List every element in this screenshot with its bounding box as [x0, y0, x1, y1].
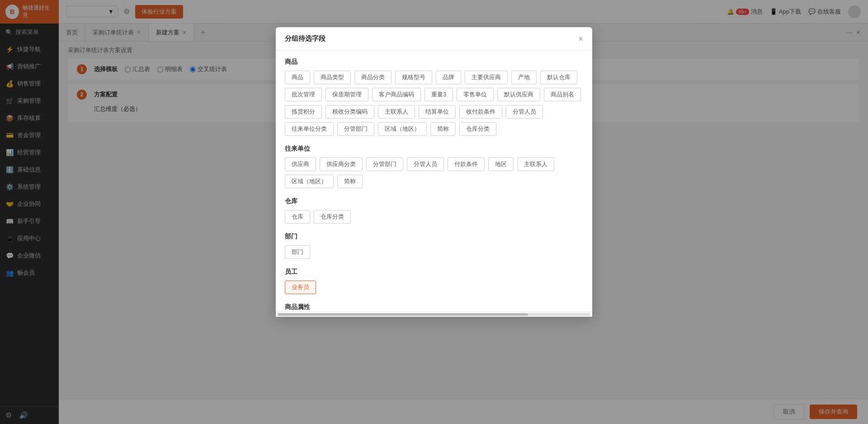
field-tag-shelf-life-mgmt[interactable]: 保质期管理 — [326, 88, 368, 101]
field-tag-supplier-category[interactable]: 供应商分类 — [320, 157, 363, 171]
field-tag-supplier[interactable]: 供应商 — [285, 157, 316, 171]
modal-horizontal-scrollbar[interactable] — [276, 311, 592, 317]
field-tag-dep[interactable]: 部门 — [285, 245, 310, 259]
field-tag-dept[interactable]: 分管部门 — [366, 157, 403, 171]
field-tags-warehouse: 仓库仓库分类 — [285, 210, 583, 224]
field-tag-main-supplier[interactable]: 主要供应商 — [465, 71, 508, 84]
field-section-department: 部门部门 — [285, 233, 583, 259]
modal-hscroll-thumb — [278, 313, 528, 316]
modal-close-button[interactable]: × — [578, 35, 583, 43]
field-section-employee: 员工业务员 — [285, 268, 583, 294]
field-tag-short-name[interactable]: 简称 — [430, 122, 456, 136]
modal-hscroll-track — [278, 313, 590, 316]
field-tag-product-alias[interactable]: 商品别名 — [544, 88, 581, 101]
field-tag-payment-condition[interactable]: 付款条件 — [448, 157, 485, 171]
field-tag-weight3[interactable]: 重量3 — [425, 88, 453, 101]
field-tag-default-supplier[interactable]: 默认供应商 — [497, 88, 540, 101]
field-tag-batch-mgmt[interactable]: 批次管理 — [285, 88, 322, 101]
field-section-title-employee: 员工 — [285, 268, 583, 276]
field-section-title-partner: 往来单位 — [285, 145, 583, 153]
field-section-title-product: 商品 — [285, 58, 583, 66]
field-tag-area[interactable]: 区域（地区） — [285, 175, 334, 188]
field-tag-brand[interactable]: 品牌 — [436, 71, 461, 84]
field-tag-settlement-unit[interactable]: 结算单位 — [419, 105, 456, 119]
field-tag-spec-type[interactable]: 规格型号 — [395, 71, 432, 84]
field-tags-department: 部门 — [285, 245, 583, 259]
field-section-product-attr: 商品属性属性颜色多规格尺码鞋码1 — [285, 303, 583, 311]
field-tag-wh[interactable]: 仓库 — [285, 210, 310, 224]
field-tag-region-area[interactable]: 区域（地区） — [378, 122, 427, 136]
field-section-title-warehouse: 仓库 — [285, 197, 583, 205]
field-tag-warehouse-category[interactable]: 仓库分类 — [459, 122, 496, 136]
modal-title: 分组待选字段 — [285, 34, 326, 43]
field-section-partner: 往来单位供应商供应商分类分管部门分管人员付款条件地区主联系人区域（地区）简称 — [285, 145, 583, 188]
modal-overlay: 分组待选字段 × 商品商品商品类型商品分类规格型号品牌主要供应商产地默认仓库批次… — [0, 0, 868, 424]
field-tag-payment-terms[interactable]: 收付款条件 — [459, 105, 502, 119]
field-tag-supervisor[interactable]: 分管人员 — [506, 105, 543, 119]
field-tag-customer-code[interactable]: 客户商品编码 — [372, 88, 421, 101]
modal-dialog: 分组待选字段 × 商品商品商品类型商品分类规格型号品牌主要供应商产地默认仓库批次… — [276, 27, 592, 317]
field-section-title-product-attr: 商品属性 — [285, 303, 583, 311]
field-tag-pickup-points[interactable]: 拣货积分 — [285, 105, 322, 119]
field-section-warehouse: 仓库仓库仓库分类 — [285, 197, 583, 224]
modal-body[interactable]: 商品商品商品类型商品分类规格型号品牌主要供应商产地默认仓库批次管理保质期管理客户… — [276, 51, 592, 311]
field-tag-abbr[interactable]: 简称 — [337, 175, 363, 188]
field-section-title-department: 部门 — [285, 233, 583, 241]
field-tag-source-unit-category[interactable]: 往来单位分类 — [285, 122, 334, 136]
field-tag-product[interactable]: 商品 — [285, 71, 310, 84]
field-tag-wh-cat[interactable]: 仓库分类 — [314, 210, 351, 224]
field-tag-product-type[interactable]: 商品类型 — [314, 71, 351, 84]
field-tags-partner: 供应商供应商分类分管部门分管人员付款条件地区主联系人区域（地区）简称 — [285, 157, 583, 188]
field-tag-main-contact[interactable]: 主联系人 — [378, 105, 415, 119]
field-tag-default-warehouse[interactable]: 默认仓库 — [540, 71, 577, 84]
field-tag-dept-mgr[interactable]: 分管人员 — [407, 157, 444, 171]
field-tag-contact[interactable]: 主联系人 — [517, 157, 554, 171]
field-section-product: 商品商品商品类型商品分类规格型号品牌主要供应商产地默认仓库批次管理保质期管理客户… — [285, 58, 583, 136]
field-tag-manage-dept[interactable]: 分管部门 — [337, 122, 374, 136]
field-tag-region[interactable]: 地区 — [488, 157, 514, 171]
field-tag-retail-unit[interactable]: 零售单位 — [457, 88, 494, 101]
field-tag-origin[interactable]: 产地 — [511, 71, 537, 84]
field-tag-product-category[interactable]: 商品分类 — [354, 71, 392, 84]
field-tag-tax-code[interactable]: 税收分类编码 — [326, 105, 374, 119]
field-tags-employee: 业务员 — [285, 281, 583, 294]
field-tags-product: 商品商品类型商品分类规格型号品牌主要供应商产地默认仓库批次管理保质期管理客户商品… — [285, 71, 583, 136]
modal-header: 分组待选字段 × — [276, 27, 592, 51]
field-tag-salesperson[interactable]: 业务员 — [285, 281, 316, 294]
